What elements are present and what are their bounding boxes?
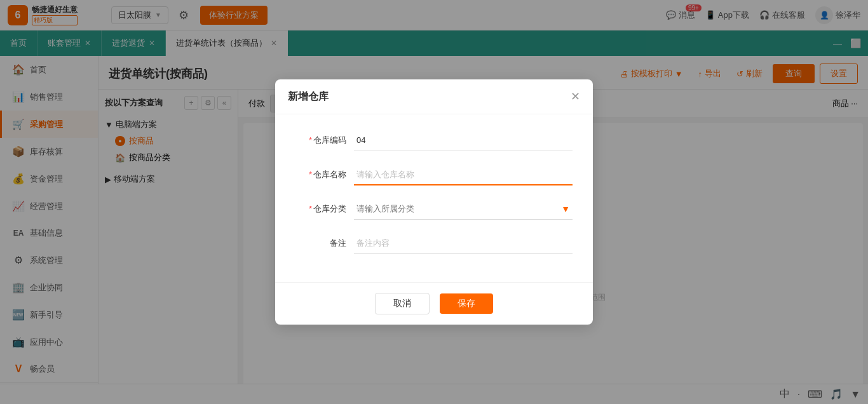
form-row-code: 仓库编码 [295, 130, 573, 151]
warehouse-name-label: 仓库名称 [295, 169, 346, 180]
warehouse-code-input[interactable] [354, 130, 573, 151]
warehouse-name-input[interactable] [354, 164, 573, 185]
form-row-remark: 备注 [295, 232, 573, 254]
save-button[interactable]: 保存 [440, 293, 493, 314]
warehouse-code-label: 仓库编码 [295, 135, 346, 146]
modal-close-btn[interactable]: ✕ [571, 90, 580, 104]
modal-title: 新增仓库 [288, 90, 329, 104]
new-warehouse-modal: 新增仓库 ✕ 仓库编码 仓库名称 仓库分类 ▼ [275, 79, 593, 325]
remark-input[interactable] [354, 232, 573, 254]
warehouse-category-wrapper: ▼ [354, 198, 573, 220]
modal-body: 仓库编码 仓库名称 仓库分类 ▼ 备注 [275, 114, 593, 282]
modal-header: 新增仓库 ✕ [275, 79, 593, 114]
warehouse-category-input[interactable] [354, 198, 573, 220]
modal-footer: 取消 保存 [275, 282, 593, 325]
remark-label: 备注 [295, 238, 346, 249]
modal-overlay: 新增仓库 ✕ 仓库编码 仓库名称 仓库分类 ▼ [0, 0, 868, 404]
cancel-button[interactable]: 取消 [375, 293, 430, 314]
form-row-category: 仓库分类 ▼ [295, 198, 573, 220]
warehouse-category-label: 仓库分类 [295, 203, 346, 215]
form-row-name: 仓库名称 [295, 164, 573, 185]
